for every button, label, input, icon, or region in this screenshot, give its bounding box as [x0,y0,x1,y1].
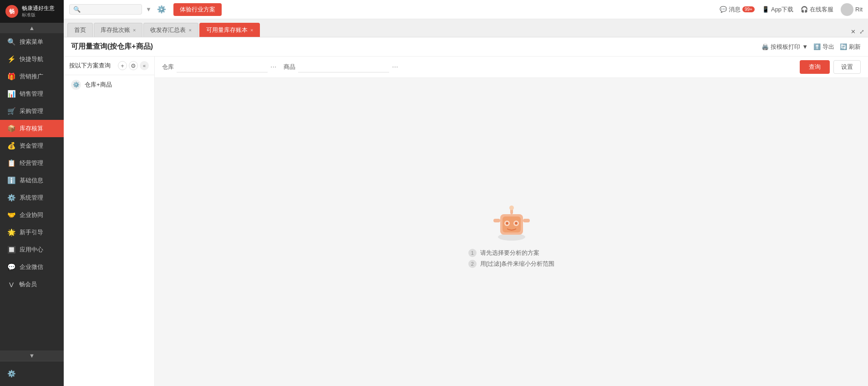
user-avatar [841,3,853,16]
tab-close-inventory-batch[interactable]: × [133,27,136,33]
page-header: 可用量查询(按仓库+商品) 🖨️ 按模板打印 ▼ ⬆️ 导出 🔄 刷新 [64,37,868,57]
sidebar-item-enterprise-collab[interactable]: 🤝 企业协同 [0,206,64,224]
cart-icon: 🛒 [7,107,16,115]
topbar-app-download-btn[interactable]: 📱 App下载 [762,5,793,14]
topbar-online-service-btn[interactable]: 🎧 在线客服 [801,5,833,14]
tab-close-recv-inventory[interactable]: × [188,27,191,33]
filter-bar: 仓库 ··· 商品 ··· 查询 设置 [155,57,868,78]
gear-icon: ⚙️ [7,194,16,202]
topbar-user-menu[interactable]: Rit [841,3,863,16]
sidebar-item-basic-info[interactable]: ℹ️ 基础信息 [0,172,64,189]
money-icon: 💰 [7,142,16,150]
scheme-panel: 按以下方案查询 + ⚙ « ⚙️ 仓库+商品 [64,57,155,386]
box-icon: 📦 [7,124,16,133]
empty-tips: 1 请先选择要分析的方案 2 用[过滤]条件来缩小分析范围 [468,249,554,268]
export-btn[interactable]: ⬆️ 导出 [813,43,834,51]
sidebar-item-enterprise-wechat[interactable]: 💬 企业微信 [0,258,64,276]
empty-tip-2: 2 用[过滤]条件来缩小分析范围 [468,260,554,268]
sidebar-item-marketing-promo[interactable]: 🎁 营销推广 [0,68,64,85]
handshake-icon: 🤝 [7,211,16,219]
sidebar-item-settings-bottom[interactable]: ⚙️ [0,365,64,382]
page-header-actions: 🖨️ 按模板打印 ▼ ⬆️ 导出 🔄 刷新 [761,43,861,51]
sidebar-item-newbie-guide[interactable]: 🌟 新手引导 [0,224,64,241]
svg-rect-10 [523,219,530,222]
scheme-config-btn[interactable]: ⚙ [129,61,138,70]
wechat-icon: 💬 [7,263,16,271]
sidebar-item-shortcut[interactable]: ⚡ 快捷导航 [0,51,64,68]
gift-icon: 🎁 [7,72,16,81]
topbar-right: 💬 消息 99+ 📱 App下载 🎧 在线客服 Rit [720,3,863,16]
topbar-search-icon: 🔍 [73,6,81,13]
clipboard-icon: 📋 [7,159,16,167]
sidebar-logo: 畅 [5,5,18,18]
empty-illustration [489,196,534,242]
scheme-panel-header: 按以下方案查询 + ⚙ « [64,57,154,75]
svg-point-5 [506,222,508,225]
shortcut-icon: ⚡ [7,55,16,63]
empty-tip-1: 1 请先选择要分析的方案 [468,249,554,257]
sidebar-item-app-center[interactable]: 🔲 应用中心 [0,241,64,258]
trial-industry-btn[interactable]: 体验行业方案 [173,3,222,16]
content-area: 按以下方案查询 + ⚙ « ⚙️ 仓库+商品 仓库 ··· [64,57,868,386]
svg-rect-9 [493,219,500,222]
right-panel: 仓库 ··· 商品 ··· 查询 设置 [155,57,868,386]
warehouse-more-icon[interactable]: ··· [270,63,276,71]
scheme-add-btn[interactable]: + [118,61,127,70]
chart-icon: 📊 [7,90,16,98]
topbar-message-btn[interactable]: 💬 消息 99+ [720,5,755,14]
page-title: 可用量查询(按仓库+商品) [71,42,153,51]
sidebar: 畅 畅康通好生意 标准版 ▲ 🔍 搜索菜单 ⚡ 快捷导航 🎁 营销推广 📊 销售… [0,0,64,386]
refresh-icon: 🔄 [840,43,847,50]
sidebar-bottom: ⚙️ [0,361,64,386]
sidebar-item-search[interactable]: 🔍 搜索菜单 [0,33,64,51]
sidebar-item-finance-mgmt[interactable]: 💰 资金管理 [0,137,64,154]
tab-recv-inventory-summary[interactable]: 收发存汇总表 × [143,23,198,37]
sidebar-item-vip-member[interactable]: V 畅会员 [0,276,64,293]
headset-icon: 🎧 [801,6,808,13]
sidebar-item-ops-mgmt[interactable]: 📋 经营管理 [0,154,64,172]
tab-close-available-inventory[interactable]: × [250,27,253,33]
scheme-collapse-btn[interactable]: « [140,61,149,70]
filter-group-warehouse: 仓库 ··· [162,62,276,72]
print-template-btn[interactable]: 🖨️ 按模板打印 ▼ [761,43,808,51]
grid-icon: 🔲 [7,246,16,254]
refresh-btn[interactable]: 🔄 刷新 [840,43,861,51]
scheme-item-icon: ⚙️ [71,80,81,90]
vip-icon: V [7,281,15,288]
tab-close-all-btn[interactable]: ✕ [851,28,856,35]
tabs-bar-right: ✕ ⤢ [851,28,864,37]
print-chevron-icon: ▼ [802,43,808,50]
export-icon: ⬆️ [813,43,821,50]
tab-expand-btn[interactable]: ⤢ [859,28,864,35]
topbar-search-box[interactable]: 🔍 [69,4,142,15]
product-more-icon[interactable]: ··· [392,63,398,71]
settings-button[interactable]: 设置 [833,60,861,74]
sidebar-item-inventory-calc[interactable]: 📦 库存核算 [0,120,64,137]
sidebar-item-sales-mgmt[interactable]: 📊 销售管理 [0,85,64,103]
sidebar-item-purchase-mgmt[interactable]: 🛒 采购管理 [0,103,64,120]
tab-home[interactable]: 首页 [67,23,93,37]
sidebar-header-text: 畅康通好生意 标准版 [22,5,55,18]
tab-inventory-batch[interactable]: 库存批次账 × [94,23,142,37]
sidebar-nav: 🔍 搜索菜单 ⚡ 快捷导航 🎁 营销推广 📊 销售管理 🛒 采购管理 📦 库存核… [0,33,64,350]
info-icon: ℹ️ [7,176,16,185]
tab-available-inventory-book[interactable]: 可用量库存账本 × [199,23,260,37]
sidebar-scroll-up[interactable]: ▲ [0,23,64,33]
message-icon: 💬 [720,6,727,13]
svg-point-8 [509,206,514,210]
filter-bar-right: 查询 设置 [800,60,861,74]
filter-product-input[interactable] [298,62,389,72]
scheme-item-warehouse-product[interactable]: ⚙️ 仓库+商品 [64,75,154,94]
topbar-chevron-down-icon[interactable]: ▼ [146,6,152,13]
topbar-gear-btn[interactable]: ⚙️ [155,3,168,16]
tabs-bar: 首页 库存批次账 × 收发存汇总表 × 可用量库存账本 × ✕ ⤢ [64,19,868,37]
sidebar-scroll-down[interactable]: ▼ [0,350,64,361]
query-button[interactable]: 查询 [800,60,830,74]
filter-group-product: 商品 ··· [284,62,398,72]
topbar-search-input[interactable] [82,6,137,13]
empty-robot-svg [491,201,532,242]
filter-warehouse-input[interactable] [177,62,268,72]
sidebar-item-system-mgmt[interactable]: ⚙️ 系统管理 [0,189,64,206]
search-icon: 🔍 [7,38,16,46]
scheme-panel-actions: + ⚙ « [118,61,149,70]
